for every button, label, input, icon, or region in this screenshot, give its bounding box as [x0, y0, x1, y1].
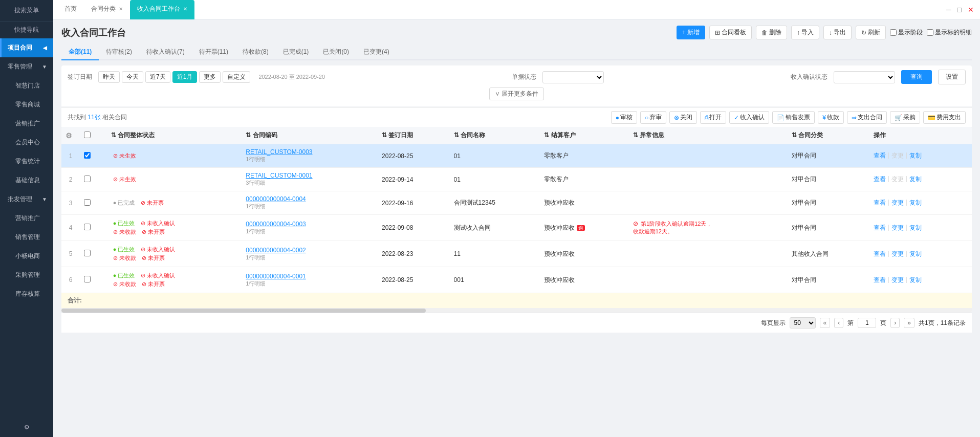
col-status[interactable]: ⇅ 合同整体状态 [107, 127, 242, 144]
row-checkbox[interactable] [80, 191, 107, 215]
sidebar-search[interactable]: 搜索菜单 [0, 0, 53, 21]
tab-home[interactable]: 首页 [57, 0, 84, 19]
page-number-input[interactable] [858, 318, 876, 328]
contract-link[interactable]: 0000000000004-0001 [246, 273, 306, 280]
audit-button[interactable]: ● 审核 [611, 111, 637, 124]
change-button[interactable]: 变更 [891, 224, 904, 232]
copy-button[interactable]: 复制 [909, 250, 922, 258]
sidebar-item-sales-mgmt[interactable]: 销售管理 [0, 228, 53, 247]
close-tab-income-workbench[interactable]: ✕ [183, 6, 187, 12]
date-last1month[interactable]: 近1月 [172, 71, 198, 83]
sidebar-item-marketing2[interactable]: 营销推广 [0, 209, 53, 228]
sidebar-item-retail-stats[interactable]: 零售统计 [0, 152, 53, 171]
view-button[interactable]: 查看 [874, 224, 886, 232]
filter-tab-pending-review[interactable]: 待审核(2) [99, 45, 139, 60]
show-marks-checkbox[interactable]: 显示标的明细 [927, 28, 972, 37]
row-checkbox[interactable] [80, 168, 107, 191]
show-cols-input[interactable] [890, 29, 897, 36]
last-page-button[interactable]: » [904, 318, 914, 328]
contract-link[interactable]: 0000000000004-0004 [246, 195, 306, 203]
import-button[interactable]: ↑ 导入 [791, 26, 819, 39]
query-button[interactable]: 查询 [901, 70, 932, 84]
sidebar-item-retail-mall[interactable]: 零售商城 [0, 95, 53, 114]
select-all-checkbox[interactable] [84, 132, 91, 138]
change-button[interactable]: 变更 [891, 199, 904, 207]
date-today[interactable]: 今天 [122, 71, 143, 83]
sidebar-item-ecommerce[interactable]: 小畅电商 [0, 247, 53, 266]
filter-tab-pending-collect[interactable]: 待收款(8) [235, 45, 276, 60]
print-button[interactable]: ⎙ 打开 [700, 111, 726, 124]
row-checkbox[interactable] [80, 144, 107, 168]
row-checkbox[interactable] [80, 215, 107, 241]
copy-button[interactable]: 复制 [909, 276, 922, 285]
close-button[interactable]: ⊗ 关闭 [669, 111, 697, 124]
sidebar-item-smart-shop[interactable]: 智慧门店 [0, 76, 53, 95]
col-date[interactable]: ⇅ 签订日期 [378, 127, 450, 144]
purchase-button[interactable]: 🛒 采购 [890, 111, 920, 124]
view-button[interactable]: 查看 [874, 175, 886, 184]
sidebar-item-retail-mgmt[interactable]: 零售管理 ▼ [0, 57, 53, 76]
contract-link[interactable]: 0000000000004-0002 [246, 247, 306, 254]
export-button[interactable]: ↓ 导出 [823, 26, 852, 39]
change-button[interactable]: 变更 [891, 250, 904, 258]
pay-out-button[interactable]: ⇒ 支出合同 [847, 111, 887, 124]
change-button[interactable]: 变更 [891, 175, 904, 184]
sidebar-item-inventory[interactable]: 库存核算 [0, 285, 53, 303]
collect-button[interactable]: ¥ 收款 [818, 111, 844, 124]
scrollbar-thumb[interactable] [61, 309, 426, 313]
copy-button[interactable]: 复制 [909, 224, 922, 232]
close-tab-contract-type[interactable]: ✕ [119, 6, 123, 12]
page-size-select[interactable]: 50 20 100 [790, 317, 816, 329]
sidebar-quick-nav[interactable]: 快捷导航 [0, 21, 53, 38]
show-cols-checkbox[interactable]: 显示阶段 [890, 28, 923, 37]
col-name[interactable]: ⇅ 合同名称 [450, 127, 540, 144]
sidebar-item-basic-info[interactable]: 基础信息 [0, 171, 53, 190]
view-button[interactable]: 查看 [874, 151, 886, 160]
sidebar-item-marketing[interactable]: 营销推广 [0, 114, 53, 133]
copy-button[interactable]: 复制 [909, 199, 922, 207]
first-page-button[interactable]: « [820, 318, 831, 328]
next-page-button[interactable]: › [890, 318, 900, 328]
close-window-button[interactable]: ✕ [966, 6, 976, 14]
expand-conditions-button[interactable]: ∨ 展开更多条件 [489, 88, 544, 100]
income-confirm-button[interactable]: ✓ 收入确认 [729, 111, 769, 124]
delete-button[interactable]: 🗑 删除 [756, 26, 787, 39]
doc-status-select[interactable] [542, 71, 604, 83]
filter-tab-pending-invoice[interactable]: 待开票(11) [192, 45, 235, 60]
date-last7[interactable]: 近7天 [145, 71, 170, 83]
sales-invoice-button[interactable]: 📄 销售发票 [772, 111, 815, 124]
maximize-button[interactable]: □ [955, 6, 964, 14]
show-marks-input[interactable] [927, 29, 933, 36]
sidebar-item-wholesale[interactable]: 批发管理 ▼ [0, 190, 53, 209]
col-category[interactable]: ⇅ 合同分类 [788, 127, 869, 144]
expense-out-button[interactable]: 💳 费用支出 [923, 111, 966, 124]
filter-tab-all[interactable]: 全部(11) [61, 45, 99, 60]
contract-link[interactable]: RETAIL_CUSTOM-0001 [246, 172, 312, 179]
minimize-button[interactable]: ─ [944, 6, 953, 14]
row-checkbox[interactable] [80, 267, 107, 293]
copy-button[interactable]: 复制 [909, 175, 922, 184]
income-confirm-select[interactable] [834, 71, 895, 83]
filter-tab-changed[interactable]: 已变更(4) [356, 45, 397, 60]
tab-contract-type[interactable]: 合同分类 ✕ [84, 0, 130, 19]
filter-tab-pending-income[interactable]: 待收入确认(7) [139, 45, 192, 60]
date-custom[interactable]: 自定义 [223, 71, 250, 83]
sidebar-item-project[interactable]: 项目合同 ◀ [0, 38, 53, 57]
change-button[interactable]: 变更 [891, 151, 904, 160]
view-button[interactable]: 查看 [874, 276, 886, 285]
abandon-button[interactable]: ○ 弃审 [640, 111, 666, 124]
horizontal-scrollbar[interactable] [61, 309, 972, 313]
date-more[interactable]: 更多 [199, 71, 221, 83]
filter-tab-completed[interactable]: 已完成(1) [276, 45, 316, 60]
view-button[interactable]: 查看 [874, 199, 886, 207]
view-button[interactable]: 查看 [874, 250, 886, 258]
sidebar-item-purchase[interactable]: 采购管理 [0, 266, 53, 285]
new-button[interactable]: + 新增 [677, 26, 705, 39]
date-yesterday[interactable]: 昨天 [98, 71, 120, 83]
sidebar-settings[interactable]: ⚙ [0, 418, 53, 437]
setting-button[interactable]: 设置 [938, 70, 966, 84]
refresh-button[interactable]: ↻ 刷新 [856, 26, 886, 39]
contract-link[interactable]: 0000000000004-0003 [246, 221, 306, 228]
col-code[interactable]: ⇅ 合同编码 [242, 127, 378, 144]
sidebar-item-member[interactable]: 会员中心 [0, 133, 53, 152]
